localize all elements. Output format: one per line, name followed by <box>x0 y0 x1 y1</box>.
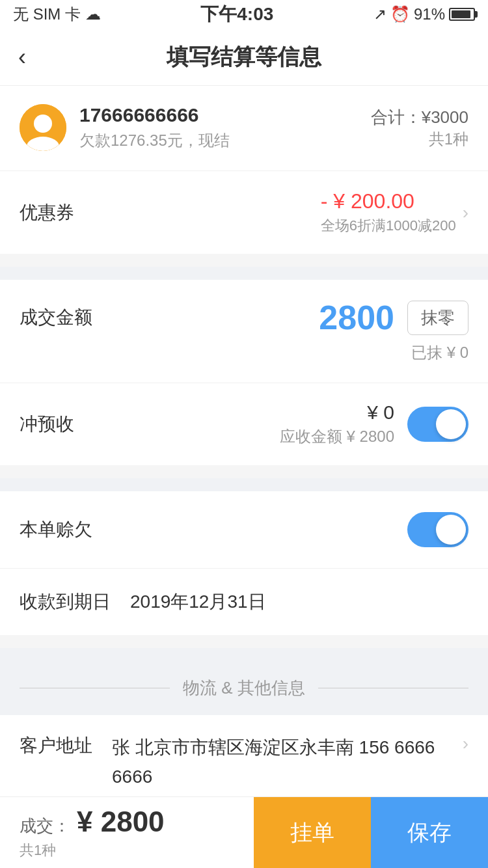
logistics-title: 物流 & 其他信息 <box>183 677 305 699</box>
status-time: 下午4:03 <box>200 2 273 27</box>
coupon-chevron-icon: › <box>463 202 468 223</box>
deal-label: 成交金额 <box>20 305 92 330</box>
section-divider-2 <box>0 478 488 491</box>
deal-sub: 已抹 ¥ 0 <box>20 342 468 363</box>
address-row[interactable]: 客户地址 张 北京市市辖区海淀区永丰南 156 6666 6666 › <box>0 715 488 810</box>
footer-deal-count: 共1种 <box>20 841 234 860</box>
footer: 成交： ¥ 2800 共1种 挂单 保存 <box>0 796 488 868</box>
hang-button[interactable]: 挂单 <box>254 797 371 869</box>
user-card: 17666666666 欠款1276.35元，现结 合计：¥3000 共1种 优… <box>0 86 488 254</box>
advance-amount: ¥ 0 <box>280 401 394 424</box>
duedate-value: 2019年12月31日 <box>130 590 266 614</box>
address-label: 客户地址 <box>20 733 92 758</box>
page-title: 填写结算等信息 <box>167 42 321 72</box>
content: 17666666666 欠款1276.35元，现结 合计：¥3000 共1种 优… <box>0 86 488 868</box>
deal-row: 成交金额 2800 抹零 <box>20 298 468 337</box>
alarm-icon: ⏰ <box>390 5 410 23</box>
advance-values: ¥ 0 应收金额 ¥ 2800 <box>280 401 394 447</box>
coupon-label: 优惠券 <box>20 200 74 225</box>
footer-deal-amount: ¥ 2800 <box>77 806 165 838</box>
deal-right: 2800 抹零 <box>319 298 468 337</box>
advance-right: ¥ 0 应收金额 ¥ 2800 <box>280 401 468 447</box>
coupon-row[interactable]: 优惠券 - ¥ 200.00 全场6折满1000减200 › <box>0 170 488 254</box>
advance-row: 冲预收 ¥ 0 应收金额 ¥ 2800 <box>0 383 488 465</box>
total-label: 合计：¥3000 <box>371 106 468 129</box>
address-chevron-icon: › <box>463 733 468 754</box>
user-sub: 欠款1276.35元，现结 <box>79 130 230 151</box>
address-card: 客户地址 张 北京市市辖区海淀区永丰南 156 6666 6666 › <box>0 715 488 810</box>
logistics-line-left <box>20 688 170 688</box>
debt-card: 本单赊欠 收款到期日 2019年12月31日 <box>0 491 488 635</box>
logistics-header: 物流 & 其他信息 <box>0 661 488 715</box>
total-count: 共1种 <box>371 129 468 150</box>
advance-toggle[interactable] <box>407 407 468 442</box>
user-row: 17666666666 欠款1276.35元，现结 合计：¥3000 共1种 <box>0 86 488 169</box>
status-bar: 无 SIM 卡 ☁ 下午4:03 ↗ ⏰ 91% <box>0 0 488 29</box>
avatar <box>20 104 66 151</box>
user-phone: 17666666666 <box>79 104 230 126</box>
address-value: 张 北京市市辖区海淀区永丰南 156 6666 6666 <box>112 733 456 792</box>
advance-receivable: 应收金额 ¥ 2800 <box>280 426 394 447</box>
nav-bar: ‹ 填写结算等信息 <box>0 29 488 86</box>
sim-label: 无 SIM 卡 ☁ <box>13 4 101 25</box>
duedate-row: 收款到期日 2019年12月31日 <box>0 568 488 635</box>
coupon-right: - ¥ 200.00 全场6折满1000减200 › <box>321 189 468 236</box>
coupon-discount: - ¥ 200.00 <box>321 189 456 213</box>
logistics-line-right <box>318 688 468 688</box>
direction-icon: ↗ <box>373 5 386 23</box>
debt-label: 本单赊欠 <box>20 517 92 542</box>
user-info: 17666666666 欠款1276.35元，现结 <box>79 104 230 151</box>
footer-deal-label: 成交： <box>20 815 70 837</box>
status-left: 无 SIM 卡 ☁ <box>13 4 101 25</box>
deal-amount-row: 成交金额 2800 抹零 已抹 ¥ 0 <box>0 280 488 381</box>
battery-percent: 91% <box>414 5 445 23</box>
battery-icon <box>449 8 475 21</box>
deal-amount: 2800 <box>319 298 394 337</box>
footer-deal: 成交： ¥ 2800 <box>20 806 234 838</box>
section-divider-3 <box>0 648 488 661</box>
advance-label: 冲预收 <box>20 412 74 437</box>
duedate-label: 收款到期日 <box>20 590 111 614</box>
section-divider-1 <box>0 267 488 280</box>
user-left: 17666666666 欠款1276.35元，现结 <box>20 104 230 151</box>
save-button[interactable]: 保存 <box>371 797 488 869</box>
user-right: 合计：¥3000 共1种 <box>371 106 468 150</box>
debt-toggle[interactable] <box>407 512 468 547</box>
footer-info: 成交： ¥ 2800 共1种 <box>0 806 254 860</box>
round-button[interactable]: 抹零 <box>407 301 468 335</box>
coupon-desc: 全场6折满1000减200 <box>321 216 456 236</box>
back-button[interactable]: ‹ <box>18 44 26 71</box>
status-right: ↗ ⏰ 91% <box>373 5 475 23</box>
debt-row: 本单赊欠 <box>0 491 488 568</box>
deal-card: 成交金额 2800 抹零 已抹 ¥ 0 冲预收 ¥ 0 应收金额 ¥ 2800 <box>0 280 488 465</box>
